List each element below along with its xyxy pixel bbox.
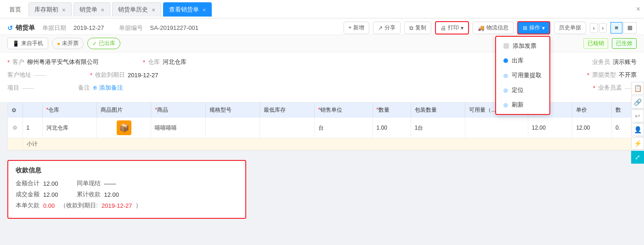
table-row: ⚙ 1 河北仓库 📦 嘻嘻嘻嘻 台 1.00 1台 12.00 xyxy=(8,118,636,138)
tab-sales-label: 销货单 xyxy=(79,6,97,14)
due-date-note: 2019-12-27 xyxy=(102,202,132,209)
payment-item-deal: 成交金额 12.00 xyxy=(16,190,58,199)
project-field: 项目 —— xyxy=(7,84,34,92)
cell-gear: ⚙ xyxy=(8,118,23,138)
tab-view-sales[interactable]: 查看销货单 × xyxy=(163,2,212,17)
tab-inventory[interactable]: 库存期初 × xyxy=(28,2,72,17)
address-label: 客户地址 xyxy=(7,71,31,79)
add-note-button[interactable]: ⊕ 添加备注 xyxy=(93,84,123,92)
warehouse-field: * 仓库 河北仓库 xyxy=(143,58,186,66)
window-close-button[interactable]: × xyxy=(636,5,640,13)
tab-history-label: 销货单历史 xyxy=(118,6,148,14)
view-list-icon: ≡ xyxy=(615,24,618,31)
mobile-icon: 📱 xyxy=(12,40,19,47)
tab-inventory-label: 库存期初 xyxy=(34,6,58,14)
view-grid-button[interactable]: ⊞ xyxy=(623,22,637,34)
payment-row-1: 金额合计 12.00 同单现结 —— xyxy=(16,179,238,188)
tab-view-sales-close[interactable]: × xyxy=(203,6,206,13)
sidebar-icon-return[interactable]: ↩ xyxy=(631,109,644,122)
form-title-icon: ↺ xyxy=(7,24,13,32)
tab-inventory-close[interactable]: × xyxy=(62,6,66,13)
menu-item-outbound[interactable]: 出库 xyxy=(496,53,549,68)
menu-item-available-qty[interactable]: ◎ 可用量提取 xyxy=(496,68,549,83)
print-icon: 🖨 xyxy=(441,25,446,31)
due-note: （收款到期日: xyxy=(60,201,98,210)
sidebar-icon-bolt[interactable]: ⚡ xyxy=(631,137,644,150)
tab-sales-close[interactable]: × xyxy=(101,6,105,13)
nav-arrows: ‹ › xyxy=(590,23,607,33)
ticket-status-button[interactable]: ● 未开票 xyxy=(52,38,84,49)
cell-warehouse: 河北仓库 xyxy=(42,118,96,138)
cell-current: 12.00 xyxy=(528,118,572,138)
from-mobile-button[interactable]: 📱 来自手机 xyxy=(7,38,48,49)
sidebar-icon-user[interactable]: 👤 xyxy=(631,123,644,136)
col-num xyxy=(23,103,42,118)
note-label: 备注 xyxy=(78,84,90,92)
logistics-button[interactable]: 🚚 物流信息 xyxy=(473,22,514,34)
project-value: —— xyxy=(22,85,34,91)
col-spec: 规格型号 xyxy=(205,103,260,118)
tab-history-close[interactable]: × xyxy=(152,6,155,13)
total-label: 金额合计 xyxy=(16,179,40,188)
menu-item-refresh[interactable]: ◎ 刷新 xyxy=(496,97,549,112)
ticket-value: 不开票 xyxy=(619,71,637,79)
next-button[interactable]: › xyxy=(599,23,607,33)
operations-button[interactable]: ⊞ 操作 ▾ xyxy=(517,21,550,34)
ticket-label: 票据类型 xyxy=(592,71,616,79)
payment-item-due: 本单欠款 0.00 （收款到期日: 2019-12-27 ） xyxy=(16,201,141,210)
menu-item-add-invoice[interactable]: 添加发票 xyxy=(496,39,549,53)
outbound-status-button[interactable]: ✓ 已出库 xyxy=(87,38,120,49)
sidebar-icon-expand[interactable]: ⤢ xyxy=(631,151,644,164)
tab-bar: 首页 库存期初 × 销货单 × 销货单历史 × 查看销货单 × × xyxy=(0,0,644,18)
ticket-status-label: 未开票 xyxy=(62,40,79,47)
cell-num: 1 xyxy=(23,118,42,138)
from-mobile-label: 来自手机 xyxy=(21,40,43,47)
ticket-icon: ● xyxy=(57,40,60,47)
toolbar: + 新增 ↗ 分享 ⧉ 复制 🖨 打印 ▾ 🚚 物流信息 ⊞ xyxy=(344,21,637,34)
col-gear: ⚙ xyxy=(8,103,23,118)
outbound-icon xyxy=(503,58,508,63)
share-button[interactable]: ↗ 分享 xyxy=(373,22,401,34)
due-value: 0.00 xyxy=(43,202,55,209)
customer-field: * 客户 柳州粤港平安气体有限公司 xyxy=(7,58,99,66)
refresh-icon: ◎ xyxy=(503,102,508,108)
right-sidebar: 📋 🔗 ↩ 👤 ⚡ ⤢ xyxy=(631,82,644,164)
prev-button[interactable]: ‹ xyxy=(590,23,598,33)
project-label: 项目 xyxy=(7,84,19,92)
tab-home[interactable]: 首页 xyxy=(4,3,27,17)
add-note-label: 添加备注 xyxy=(99,84,123,91)
subtotal-gear xyxy=(8,138,23,150)
sidebar-icon-doc[interactable]: 📋 xyxy=(631,82,644,95)
date-value: 2019-12-27 xyxy=(73,24,104,31)
share-icon: ↗ xyxy=(378,25,383,31)
menu-item-add-invoice-label: 添加发票 xyxy=(513,42,537,50)
operations-icon: ⊞ xyxy=(523,25,527,31)
copy-label: 复制 xyxy=(415,24,426,32)
staff2-field: * 业务员孟 —— xyxy=(593,84,637,92)
payment-item-same-order: 同单现结 —— xyxy=(77,179,116,188)
history-button[interactable]: 历史单据 xyxy=(554,22,586,34)
tab-history[interactable]: 销货单历史 × xyxy=(112,2,161,17)
deal-value: 12.00 xyxy=(43,191,58,198)
address-value: —— xyxy=(34,72,46,79)
new-button[interactable]: + 新增 xyxy=(344,22,369,34)
sidebar-icon-link[interactable]: 🔗 xyxy=(631,96,644,108)
customer-value: 柳州粤港平安气体有限公司 xyxy=(27,58,99,66)
cell-product: 嘻嘻嘻嘻 xyxy=(151,118,205,138)
tab-sales[interactable]: 销货单 × xyxy=(73,2,111,17)
col-price: 单价 xyxy=(572,103,612,118)
col-product: *商品 xyxy=(151,103,205,118)
menu-item-locate[interactable]: ◎ 定位 xyxy=(496,83,549,97)
customer-label: 客户 xyxy=(12,58,24,66)
staff-label: 业务员 xyxy=(592,58,610,66)
copy-button[interactable]: ⧉ 复制 xyxy=(404,22,431,34)
view-list-button[interactable]: ≡ xyxy=(610,22,622,34)
cell-pack-qty: 1台 xyxy=(411,118,465,138)
payment-title: 收款信息 xyxy=(16,166,238,175)
cell-spec xyxy=(205,118,260,138)
verified-badge: 已核销 xyxy=(583,38,608,49)
no-value: SA-20191227-001 xyxy=(150,24,199,31)
note-field: 备注 ⊕ 添加备注 xyxy=(78,84,123,92)
address-field: 客户地址 —— xyxy=(7,71,46,79)
print-button[interactable]: 🖨 打印 ▾ xyxy=(435,21,469,34)
